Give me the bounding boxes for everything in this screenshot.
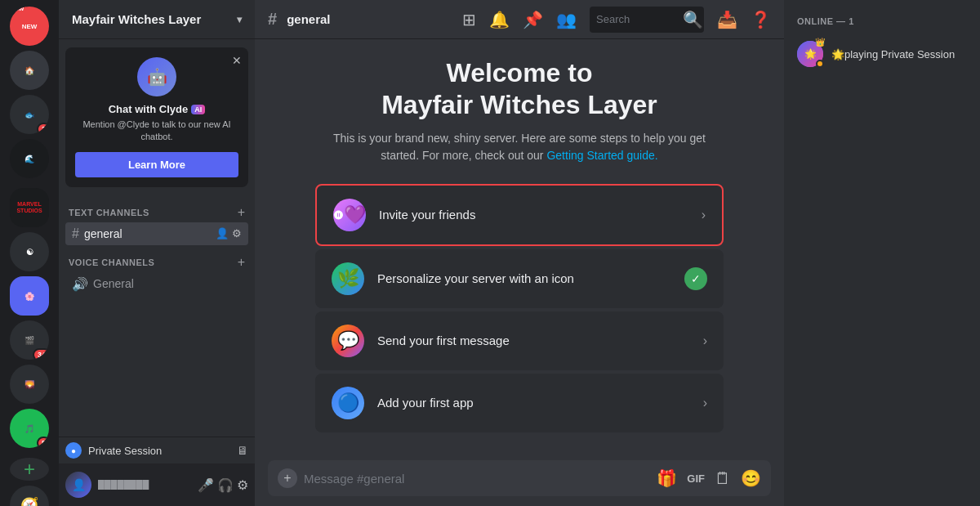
server-icon-film[interactable]: 🎬 34	[10, 320, 49, 360]
invite-label: Invite your friends	[379, 208, 688, 222]
user-area: 👤 ████████ 🎤 🎧 ⚙	[59, 463, 255, 506]
hash-icon: #	[72, 226, 79, 241]
server-icon-explore[interactable]: 🧭	[10, 486, 49, 506]
close-icon[interactable]: ✕	[232, 54, 242, 67]
emoji-icon[interactable]: 😊	[741, 468, 761, 488]
server-icon-nature[interactable]: 🌄	[10, 365, 49, 404]
personalize-label: Personalize your server with an icon	[377, 271, 671, 285]
invite-card-icon: 💜	[333, 199, 366, 231]
learn-more-button[interactable]: Learn More	[75, 152, 238, 177]
app-card-icon: 🔵	[332, 387, 364, 419]
user-info: ████████	[98, 480, 191, 490]
ai-badge: AI	[191, 105, 205, 114]
message-bar: + 🎁 GIF 🗒 😊	[255, 450, 784, 506]
inbox-icon[interactable]: 📥	[717, 10, 737, 29]
channel-name-voice: General	[93, 277, 242, 290]
clyde-avatar: 🤖	[137, 57, 176, 96]
text-channels-label: TEXT CHANNELS	[69, 208, 149, 217]
welcome-title: Welcome toMayfair Witches Layer	[381, 57, 657, 120]
invite-card[interactable]: 💜 Invite your friends ›	[315, 184, 724, 246]
personalize-card-icon: 🌿	[332, 262, 364, 295]
search-icon: 🔍	[683, 10, 703, 29]
welcome-area: Welcome toMayfair Witches Layer This is …	[255, 39, 784, 450]
microphone-icon[interactable]: 🎤	[198, 477, 214, 493]
server-icon-new[interactable]: NEW	[10, 7, 49, 46]
settings-icon[interactable]: ⚙	[232, 227, 242, 240]
server-sidebar: NEW 🏠 🐟 3 🌊 MARVELSTUDIOS ☯ 🌸 🎬 34 🌄 🎵 5…	[0, 0, 59, 506]
crown-icon: 👑	[815, 38, 825, 47]
add-voice-channel-icon[interactable]: +	[238, 255, 245, 270]
channel-item-general[interactable]: # general 👤 ⚙	[65, 222, 248, 245]
speaker-icon: 🔊	[72, 276, 88, 292]
monitor-icon[interactable]: 🖥	[237, 444, 248, 457]
add-server-button[interactable]: +	[10, 458, 49, 481]
pin-icon[interactable]: 📌	[523, 10, 543, 29]
chrome-icon: ●	[65, 442, 82, 459]
gift-icon[interactable]: 🎁	[657, 468, 677, 488]
members-icon[interactable]: 👥	[556, 10, 577, 29]
server-icon-s2[interactable]: 🌊	[10, 139, 49, 178]
clyde-description: Mention @Clyde to talk to our new AI cha…	[75, 119, 238, 144]
getting-started-link[interactable]: Getting Started guide.	[546, 149, 657, 162]
chevron-down-icon: ▾	[237, 14, 242, 25]
settings-icon[interactable]: ⚙	[237, 477, 248, 493]
bell-icon[interactable]: 🔔	[489, 10, 510, 29]
server-name: Mayfair Witches Layer	[72, 12, 201, 26]
server-badge: 3	[37, 123, 49, 134]
chevron-right-icon: ›	[702, 208, 706, 222]
channel-actions: 👤 ⚙	[216, 227, 242, 240]
attach-icon[interactable]: +	[278, 468, 297, 488]
main-content: # general ⊞ 🔔 📌 👥 🔍 📥 ❓ Welcome toMayfai…	[255, 0, 784, 506]
threads-icon[interactable]: ⊞	[462, 10, 476, 29]
search-input[interactable]	[596, 13, 678, 25]
server-icon-active[interactable]: 🌸	[10, 276, 49, 316]
message-card-icon: 💬	[332, 325, 364, 357]
voice-channels-category[interactable]: VOICE CHANNELS +	[65, 252, 248, 271]
add-channel-icon[interactable]: +	[238, 205, 245, 220]
member-avatar: 🌟 👑	[797, 41, 823, 67]
action-cards: 💜 Invite your friends › 🌿 Personalize yo…	[315, 184, 724, 432]
gif-icon[interactable]: GIF	[687, 472, 705, 485]
headset-icon[interactable]: 🎧	[217, 477, 234, 493]
check-icon: ✓	[684, 267, 707, 290]
personalize-card[interactable]: 🌿 Personalize your server with an icon ✓	[315, 249, 724, 308]
welcome-description: This is your brand new, shiny server. He…	[323, 130, 715, 164]
username: ████████	[98, 480, 191, 490]
channel-item-voice-general[interactable]: 🔊 General	[65, 272, 248, 296]
channel-list: TEXT CHANNELS + # general 👤 ⚙ VOICE CHAN…	[59, 195, 255, 437]
text-channels-category[interactable]: TEXT CHANNELS +	[65, 202, 248, 222]
sticker-icon[interactable]: 🗒	[715, 469, 731, 488]
server-icon-marvel[interactable]: MARVELSTUDIOS	[10, 188, 49, 227]
channel-name-general: general	[84, 227, 211, 240]
user-controls: 🎤 🎧 ⚙	[198, 477, 248, 493]
message-label: Send your first message	[377, 334, 690, 347]
server-icon-s1[interactable]: 🐟 3	[10, 95, 49, 134]
message-input-wrap: + 🎁 GIF 🗒 😊	[268, 460, 771, 496]
server-badge-music: 5	[37, 437, 49, 448]
invite-icon[interactable]: 👤	[216, 227, 229, 240]
help-icon[interactable]: ❓	[751, 10, 771, 29]
private-session-label: Private Session	[88, 445, 230, 457]
app-card[interactable]: 🔵 Add your first app ›	[315, 374, 724, 432]
message-input[interactable]	[304, 472, 650, 486]
search-bar: 🔍	[590, 7, 704, 33]
server-icon-home[interactable]: 🏠	[10, 51, 49, 90]
header-actions: ⊞ 🔔 📌 👥 🔍 📥 ❓	[462, 7, 771, 33]
chevron-right-icon-2: ›	[703, 334, 707, 348]
server-header[interactable]: Mayfair Witches Layer ▾	[59, 0, 255, 39]
main-header: # general ⊞ 🔔 📌 👥 🔍 📥 ❓	[255, 0, 784, 39]
private-session-bar: ● Private Session 🖥	[59, 437, 255, 463]
message-actions: 🎁 GIF 🗒 😊	[657, 468, 761, 488]
app-label: Add your first app	[377, 396, 690, 410]
server-badge-film: 34	[33, 348, 49, 360]
member-item[interactable]: 🌟 👑 🌟playing Private Session	[791, 36, 973, 72]
members-sidebar: ONLINE — 1 🌟 👑 🌟playing Private Session	[784, 0, 980, 506]
channel-header-name: general	[287, 12, 330, 26]
status-dot	[816, 60, 824, 68]
message-card[interactable]: 💬 Send your first message ›	[315, 311, 724, 370]
chevron-right-icon-3: ›	[703, 396, 707, 410]
voice-channels-label: VOICE CHANNELS	[69, 257, 154, 267]
server-icon-music[interactable]: 🎵 5	[10, 409, 49, 448]
online-category: ONLINE — 1	[791, 13, 973, 29]
server-icon-yin[interactable]: ☯	[10, 232, 49, 271]
